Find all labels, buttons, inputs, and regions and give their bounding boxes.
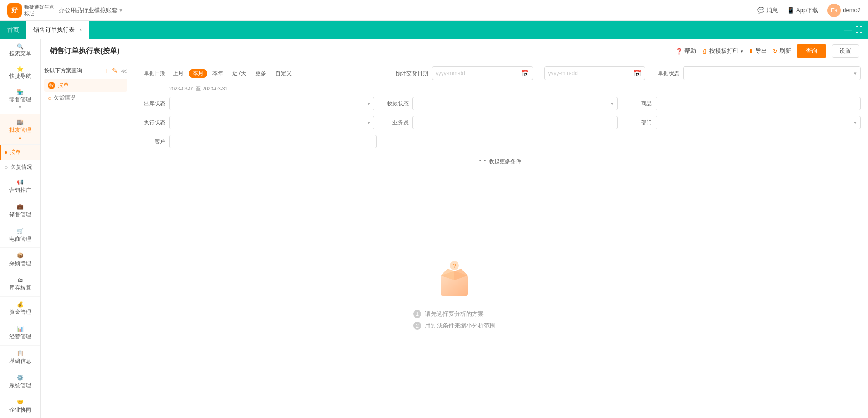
sales-icon: 💼: [17, 204, 24, 210]
app-download-button[interactable]: 📱 App下载: [787, 6, 818, 14]
customer-label: 客户: [138, 138, 165, 146]
sidebar-item-marketing[interactable]: 📢 营销推广: [0, 175, 40, 199]
logo-area: 好 畅捷通好生意 标版: [7, 3, 54, 18]
salesperson-ellipsis[interactable]: ···: [604, 119, 613, 126]
product-label: 商品: [625, 100, 652, 108]
scheme-edit-button[interactable]: ✎: [112, 66, 118, 75]
page-header: 销售订单执行表(按单) ❓ 帮助 🖨 按模板打印 ▾ ⬇ 导出 ↻ 刷新: [41, 39, 868, 62]
department-field: 部门 ▾: [625, 116, 861, 129]
tab-close-button[interactable]: ×: [79, 27, 82, 33]
tab-active[interactable]: 销售订单执行表 ×: [26, 21, 89, 39]
sidebar-item-purchase[interactable]: 📦 采购管理: [0, 248, 40, 272]
sidebar-item-finance[interactable]: 💰 资金管理: [0, 297, 40, 321]
date-start-icon: 📅: [521, 70, 529, 77]
date-tab-this-month[interactable]: 本月: [189, 69, 207, 78]
sidebar-item-sales[interactable]: 💼 销售管理: [0, 199, 40, 223]
logo-icon: 好: [7, 3, 22, 18]
settings-button[interactable]: 设置: [832, 44, 859, 58]
date-label: 单据日期: [138, 70, 165, 77]
product-wrap: ···: [656, 97, 861, 110]
export-icon: ⬇: [749, 48, 754, 55]
customer-select[interactable]: ···: [169, 135, 377, 148]
tab-maximize-icon[interactable]: ⛶: [855, 26, 863, 34]
message-button[interactable]: 💬 消息: [757, 6, 778, 14]
ship-status-select[interactable]: ▾: [169, 97, 374, 110]
customer-wrap: ···: [169, 135, 377, 148]
date-tab-more[interactable]: 更多: [252, 69, 270, 78]
scheme-collapse-button[interactable]: ≪: [120, 67, 127, 75]
tip-2-text: 用过滤条件来缩小分析范围: [425, 322, 495, 330]
help-icon: ❓: [675, 48, 683, 55]
help-button[interactable]: ❓ 帮助: [675, 47, 696, 55]
wholesale-expand-icon: ▴: [19, 135, 21, 140]
date-tab-custom[interactable]: 自定义: [272, 69, 295, 78]
scheme-item-press-order[interactable]: 按 按单: [44, 79, 127, 92]
customer-ellipsis[interactable]: ···: [364, 138, 373, 145]
refresh-icon: ↻: [773, 48, 778, 55]
sidebar-sub-wholesale: 按单 ○ 欠货情况: [0, 145, 40, 175]
date-tabs: 上月 本月 本年 近7天 更多 自定义: [169, 69, 295, 78]
expected-date-end[interactable]: yyyy-mm-dd 📅: [544, 66, 646, 80]
ship-status-field: 出库状态 ▾: [138, 97, 374, 110]
sidebar-item-retail[interactable]: 🏪 零售管理 ▾: [0, 84, 40, 114]
exec-status-label: 执行状态: [138, 119, 165, 127]
ship-status-arrow: ▾: [368, 101, 370, 107]
empty-box-svg: ?: [432, 257, 477, 303]
department-arrow: ▾: [854, 120, 857, 126]
order-status-select[interactable]: ▾: [683, 66, 861, 80]
system-icon: ⚙️: [17, 375, 24, 381]
sidebar-item-system[interactable]: ⚙️ 系统管理: [0, 370, 40, 394]
sidebar-item-ecommerce[interactable]: 🛒 电商管理: [0, 223, 40, 248]
logo-text: 畅捷通好生意 标版: [24, 4, 54, 17]
date-tab-last-month[interactable]: 上月: [169, 69, 187, 78]
scheme-item-dot: 按: [48, 82, 55, 89]
sidebar-item-basic[interactable]: 📋 基础信息: [0, 346, 40, 370]
order-status-label: 单据状态: [652, 70, 679, 77]
expected-date-start[interactable]: yyyy-mm-dd 📅: [432, 66, 533, 80]
expected-date-label: 预计交货日期: [396, 70, 428, 77]
sidebar-item-operation[interactable]: 📊 经营管理: [0, 321, 40, 346]
scheme-add-button[interactable]: +: [105, 67, 109, 75]
tab-minimize-icon[interactable]: —: [844, 26, 852, 34]
sidebar-search[interactable]: 🔍 搜索菜单: [0, 39, 40, 62]
arrears-icon: ○: [5, 164, 8, 171]
sidebar-sub-item-press-order[interactable]: 按单: [0, 145, 40, 160]
marketing-icon: 📢: [17, 179, 24, 185]
exec-status-select[interactable]: ▾: [169, 116, 374, 129]
retail-expand-icon: ▾: [19, 104, 21, 109]
export-button[interactable]: ⬇ 导出: [749, 47, 767, 55]
sidebar-item-enterprise[interactable]: 🤝 企业协同: [0, 394, 40, 418]
sidebar-sub-item-arrears[interactable]: ○ 欠货情况: [0, 160, 40, 175]
scheme-header: 按以下方案查询 + ✎ ≪: [44, 66, 127, 75]
user-menu[interactable]: Ea demo2: [827, 4, 861, 17]
sidebar-quick-nav[interactable]: ⭐ 快捷导航: [0, 62, 40, 84]
tip-1: 1 请先选择要分析的方案: [413, 310, 495, 318]
date-tab-7days[interactable]: 近7天: [229, 69, 250, 78]
tip-2: 2 用过滤条件来缩小分析范围: [413, 322, 495, 330]
refresh-button[interactable]: ↻ 刷新: [773, 47, 791, 55]
product-field: 商品 ···: [625, 97, 861, 110]
date-tab-this-year[interactable]: 本年: [209, 69, 227, 78]
print-button[interactable]: 🖨 按模板打印 ▾: [702, 47, 743, 55]
filter-row-4: 客户 ···: [138, 135, 861, 148]
scheme-item-arrears[interactable]: ○ 欠货情况: [44, 92, 127, 104]
department-select[interactable]: ▾: [656, 116, 861, 129]
query-button[interactable]: 查询: [797, 44, 826, 58]
top-bar-right: 💬 消息 📱 App下载 Ea demo2: [757, 4, 861, 17]
svg-text:?: ?: [453, 263, 456, 269]
payment-status-select[interactable]: ▾: [412, 97, 618, 110]
sidebar-item-wholesale[interactable]: 🏬 批发管理 ▴: [0, 114, 40, 145]
expected-date-field: 预计交货日期 yyyy-mm-dd 📅 — yyyy-mm-dd 📅: [396, 66, 646, 80]
collapse-filters-button[interactable]: ⌃⌃ 收起更多条件: [138, 154, 861, 169]
salesperson-label: 业务员: [382, 119, 409, 127]
filter-conditions: 单据日期 上月 本月 本年 近7天 更多 自定义 预计交货日期: [131, 62, 868, 169]
sidebar-item-inventory[interactable]: 🗂 库存核算: [0, 272, 40, 297]
tab-home[interactable]: 首页: [0, 21, 26, 39]
product-select[interactable]: ···: [656, 97, 861, 110]
product-ellipsis[interactable]: ···: [848, 100, 857, 107]
salesperson-select[interactable]: ···: [412, 116, 618, 129]
scheme-panel: 按以下方案查询 + ✎ ≪ 按 按单 ○ 欠货情况: [41, 62, 131, 169]
date-end-icon: 📅: [633, 70, 641, 77]
purchase-icon: 📦: [17, 252, 24, 259]
payment-status-arrow: ▾: [611, 101, 613, 107]
